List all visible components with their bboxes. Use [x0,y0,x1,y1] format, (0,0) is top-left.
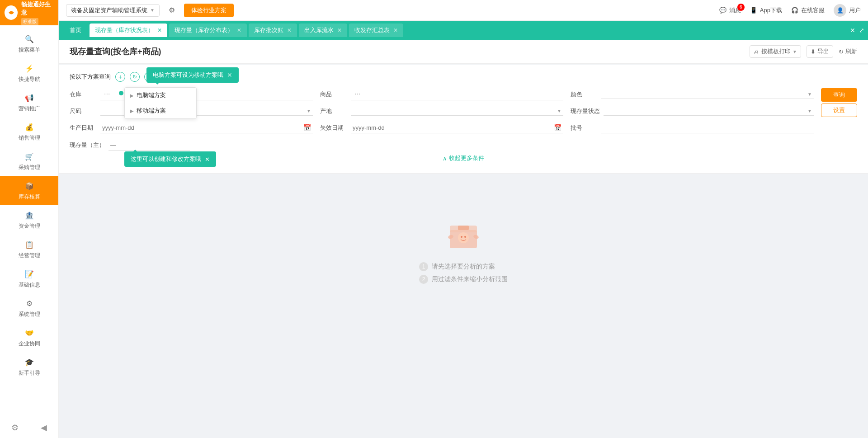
sidebar-item-sales[interactable]: 💰销售管理 [0,117,58,146]
filter-header: 按以下方案查询 + ↻ « 电脑方案可设为移动方案哦 ✕ [70,72,857,82]
expiry-date-text[interactable] [353,124,554,131]
prod-date-field: 生产日期 📅 [70,122,313,133]
expand-icon[interactable]: ⤢ [859,27,864,34]
marketing-icon: 📢 [24,92,35,103]
tab-in-out-flow[interactable]: 出入库流水 ✕ [299,24,347,37]
sidebar-item-operations[interactable]: 📋经营管理 [0,235,58,264]
sidebar-item-system[interactable]: ⚙系统管理 [0,293,58,323]
tab-home[interactable]: 首页 [62,23,89,38]
color-select[interactable]: ▼ [601,90,814,99]
tab-recv-summary[interactable]: 收发存汇总表 ✕ [349,24,403,37]
system-select[interactable]: 装备及固定资产辅助管理系统 ▼ [66,4,160,17]
chevron-down-icon: ▼ [557,108,561,113]
tab-inventory-status[interactable]: 现存量（库存状况表） ✕ [90,24,167,37]
tooltip-edit-scheme: 这里可以创建和修改方案哦 ✕ [124,151,216,167]
sidebar-item-search-menu[interactable]: 🔍搜索菜单 [0,29,58,58]
message-button[interactable]: 💬 消息 6 [719,6,741,14]
tab-close-icon[interactable]: ✕ [157,27,162,33]
quick-nav-icon: ⚡ [24,63,35,74]
sidebar-item-basic-info[interactable]: 📝基础信息 [0,264,58,293]
empty-state: 1 请先选择要分析的方案 2 用过滤条件来缩小分析范围 [59,174,868,320]
empty-tip-2: 2 用过滤条件来缩小分析范围 [419,275,508,284]
sidebar-item-inventory[interactable]: 📦库存核算 [0,176,58,205]
app-download-button[interactable]: 📱 App下载 [750,6,782,14]
export-button[interactable]: ⬇ 导出 [807,45,833,58]
filter-refresh-button[interactable]: ↻ [130,72,140,82]
scheme-item-pc[interactable]: ▶ 电脑端方案 [125,88,196,103]
operations-icon: 📋 [24,239,35,250]
settings-icon[interactable]: ⚙ [11,423,19,433]
prod-date-input[interactable]: 📅 [100,122,313,133]
sidebar-item-finance[interactable]: 🏦资金管理 [0,205,58,235]
tab-close-icon[interactable]: ✕ [337,27,342,33]
top-header: 装备及固定资产辅助管理系统 ▼ ⚙ 体验行业方案 💬 消息 6 📱 App下载 … [59,0,868,21]
chevron-down-icon: ▼ [307,108,311,113]
prod-date-text[interactable] [102,124,303,131]
enterprise-icon: 🤝 [24,327,35,338]
product-field: 商品 ··· [320,88,563,100]
filter-row-3: 生产日期 📅 失效日期 📅 [70,122,814,133]
sidebar-item-enterprise[interactable]: 🤝企业协同 [0,323,58,352]
tab-bar-actions: ✕ ⤢ [850,27,864,34]
finance-icon: 🏦 [24,210,35,221]
inventory-status-select[interactable]: ▼ [604,107,814,116]
qty-main-text[interactable] [110,141,188,148]
batch-input[interactable] [601,122,814,133]
headset-icon: 🎧 [791,7,798,14]
export-icon: ⬇ [811,48,816,55]
calendar-icon[interactable]: 📅 [303,124,311,131]
sidebar: 畅捷通好生意 标准版 🔍搜索菜单⚡快捷导航📢营销推广💰销售管理🛒采购管理📦库存核… [0,0,59,438]
tooltip-scheme-hint: 电脑方案可设为移动方案哦 ✕ [146,67,239,83]
origin-select[interactable]: ▼ [351,107,563,116]
expiry-date-input[interactable]: 📅 [351,122,563,133]
chevron-down-icon: ▼ [793,49,797,54]
svg-point-0 [10,11,13,14]
svg-point-6 [464,236,466,238]
basic-info-icon: 📝 [24,268,35,279]
sales-icon: 💰 [24,122,35,132]
online-service-button[interactable]: 🎧 在线客服 [791,6,825,14]
tooltip-close-icon[interactable]: ✕ [227,71,232,79]
qty-main-input[interactable] [108,140,190,151]
tab-close-icon[interactable]: ✕ [287,27,292,33]
logo-text: 畅捷通好生意 标准版 [21,0,54,25]
qty-main-field: 现存量（主） [70,140,315,151]
sidebar-item-purchase[interactable]: 🛒采购管理 [0,146,58,176]
system-icon: ⚙ [24,298,35,309]
chevron-right-icon: ▶ [130,108,134,113]
filter-panel: 按以下方案查询 + ↻ « 电脑方案可设为移动方案哦 ✕ ▶ 电脑端方案 [59,65,868,174]
query-button[interactable]: 查询 [821,88,857,102]
sidebar-item-marketing[interactable]: 📢营销推广 [0,88,58,117]
message-icon: 💬 [719,7,726,14]
tab-close-icon[interactable]: ✕ [393,27,398,33]
main-area: 装备及固定资产辅助管理系统 ▼ ⚙ 体验行业方案 💬 消息 6 📱 App下载 … [59,0,868,438]
content-area: 现存量查询(按仓库+商品) 🖨 按模板打印 ▼ ⬇ 导出 ↻ 刷新 [59,40,868,438]
avatar: 👤 [834,4,846,17]
scheme-item-mobile[interactable]: ▶ 移动端方案 [125,103,196,118]
sidebar-item-newbie[interactable]: 🎓新手引导 [0,352,58,381]
calendar-icon[interactable]: 📅 [554,124,561,131]
settings-button[interactable]: ⚙ [165,4,179,17]
print-button[interactable]: 🖨 按模板打印 ▼ [750,45,801,58]
tooltip2-close-icon[interactable]: ✕ [205,156,210,163]
sidebar-nav: 🔍搜索菜单⚡快捷导航📢营销推广💰销售管理🛒采购管理📦库存核算🏦资金管理📋经营管理… [0,25,58,417]
refresh-button[interactable]: ↻ 刷新 [839,47,857,56]
user-menu[interactable]: 👤 用户 [834,4,861,17]
chevron-up-icon: ∧ [443,155,447,162]
svg-point-4 [458,232,469,243]
filter-add-button[interactable]: + [115,72,125,82]
newbie-icon: 🎓 [24,357,35,367]
filter-row-4: 现存量（主） [70,140,814,151]
header-right: 💬 消息 6 📱 App下载 🎧 在线客服 👤 用户 [719,4,861,17]
collapse-icon[interactable]: ◀ [41,423,47,433]
sidebar-item-quick-nav[interactable]: ⚡快捷导航 [0,58,58,88]
svg-point-5 [461,236,462,238]
tab-close-icon[interactable]: ✕ [237,27,241,33]
tab-batch-account[interactable]: 库存批次账 ✕ [249,24,297,37]
trial-button[interactable]: 体验行业方案 [184,4,234,17]
set-button[interactable]: 设置 [821,104,857,117]
chevron-down-icon: ▼ [150,8,155,13]
close-all-icon[interactable]: ✕ [850,27,855,34]
tab-inventory-dist[interactable]: 现存量（库存分布表） ✕ [169,24,247,37]
product-input[interactable]: ··· [351,88,563,100]
